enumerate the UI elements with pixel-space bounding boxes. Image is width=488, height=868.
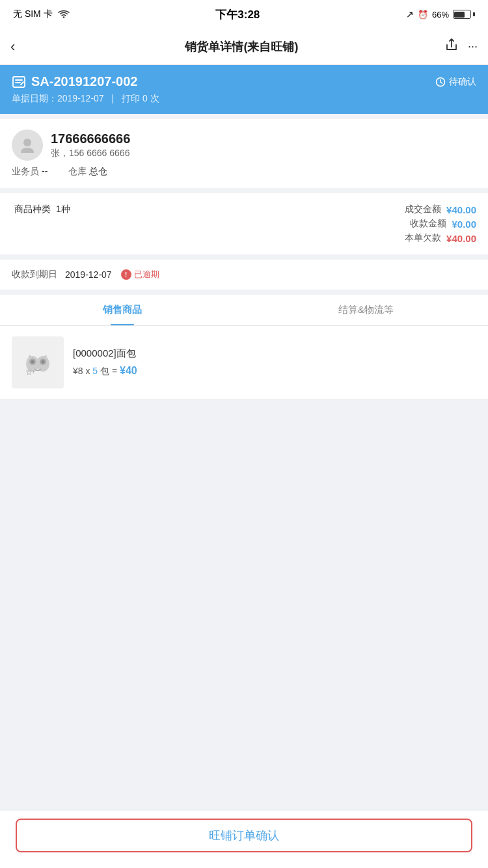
- customer-name: 张，156 6666 6666: [51, 148, 130, 159]
- product-name: [0000002]面包: [73, 347, 476, 360]
- owed-amount: ¥40.00: [446, 233, 476, 244]
- more-button[interactable]: ···: [468, 40, 478, 53]
- customer-avatar: [12, 129, 43, 161]
- status-right: ↗ ⏰ 66%: [406, 9, 475, 20]
- svg-point-2: [23, 139, 31, 146]
- order-icon: [12, 75, 26, 89]
- receipt-amount: ¥0.00: [452, 219, 476, 230]
- order-status: 待确认: [435, 76, 476, 88]
- product-thumbnail: 管+: [12, 336, 64, 388]
- page-title: 销货单详情(来自旺铺): [185, 39, 298, 55]
- order-header: SA-20191207-002 待确认 单据日期：2019-12-07 | 打印…: [0, 65, 488, 114]
- status-time: 下午3:28: [215, 7, 260, 22]
- product-list: 管+ [0000002]面包 ¥8 x 5 包 = ¥40: [0, 326, 488, 400]
- bottom-section: 旺铺订单确认: [0, 811, 488, 868]
- status-left: 无 SIM 卡: [13, 8, 70, 20]
- battery-percent: 66%: [432, 10, 449, 20]
- carrier-label: 无 SIM 卡: [13, 8, 53, 20]
- warehouse-field: 仓库总仓: [68, 166, 107, 178]
- deal-amount-row: 成交金额 ¥40.00: [405, 204, 476, 215]
- svg-point-7: [31, 360, 34, 364]
- salesperson-field: 业务员--: [12, 166, 47, 178]
- svg-point-8: [42, 360, 45, 364]
- content-area: [0, 400, 488, 582]
- amount-summary: 成交金额 ¥40.00 收款金额 ¥0.00 本单欠款 ¥40.00: [405, 204, 476, 244]
- customer-card: 17666666666 张，156 6666 6666 业务员-- 仓库总仓: [0, 119, 488, 188]
- battery-icon: [453, 10, 475, 19]
- share-button[interactable]: [444, 38, 459, 55]
- nav-actions: ···: [444, 38, 478, 55]
- product-details: [0000002]面包 ¥8 x 5 包 = ¥40: [73, 347, 476, 377]
- tab-products[interactable]: 销售商品: [0, 295, 244, 325]
- location-icon: ↗: [406, 9, 414, 20]
- status-bar: 无 SIM 卡 下午3:28 ↗ ⏰ 66%: [0, 0, 488, 29]
- receipt-amount-row: 收款金额 ¥0.00: [410, 218, 476, 230]
- tab-settlement[interactable]: 结算&物流等: [244, 295, 488, 325]
- wifi-icon: [58, 10, 70, 19]
- due-date-section: 收款到期日 2019-12-07 ! 已逾期: [0, 260, 488, 290]
- product-kind: 商品种类 1种: [12, 204, 70, 215]
- overdue-icon: !: [121, 269, 131, 280]
- summary-section: 商品种类 1种 成交金额 ¥40.00 收款金额 ¥0.00 本单欠款 ¥40.…: [0, 193, 488, 254]
- product-price-row: ¥8 x 5 包 = ¥40: [73, 365, 476, 377]
- deal-amount: ¥40.00: [446, 204, 476, 215]
- customer-phone: 17666666666: [51, 131, 130, 146]
- clock-icon: [435, 77, 446, 87]
- nav-bar: ‹ 销货单详情(来自旺铺) ···: [0, 29, 488, 65]
- svg-text:管+: 管+: [26, 369, 35, 375]
- order-id: SA-20191207-002: [12, 74, 137, 89]
- back-button[interactable]: ‹: [10, 38, 39, 55]
- confirm-button[interactable]: 旺铺订单确认: [16, 819, 472, 852]
- product-item: 管+ [0000002]面包 ¥8 x 5 包 = ¥40: [0, 326, 488, 400]
- order-date: 单据日期：2019-12-07 | 打印 0 次: [12, 93, 476, 105]
- overdue-badge: ! 已逾期: [121, 269, 159, 280]
- tabs-section: 销售商品 结算&物流等: [0, 295, 488, 326]
- owed-amount-row: 本单欠款 ¥40.00: [405, 232, 476, 244]
- alarm-icon: ⏰: [418, 10, 428, 20]
